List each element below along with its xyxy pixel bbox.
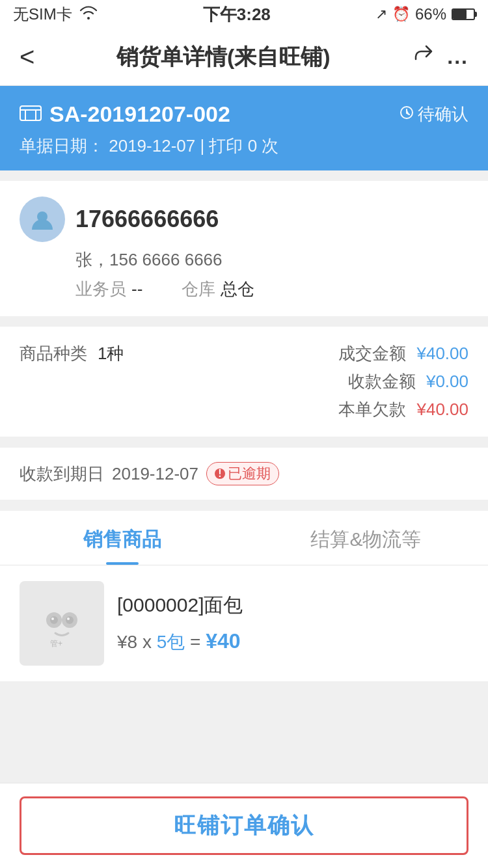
tabs-row: 销售商品 结算&物流等 — [0, 511, 488, 565]
due-date: 2019-12-07 — [112, 464, 198, 484]
product-thumbnail: 管+ — [20, 581, 104, 666]
customer-name: 张，156 6666 6666 — [75, 249, 468, 271]
clock-icon — [400, 104, 414, 124]
due-label: 收款到期日 — [20, 463, 104, 485]
amount-value: ¥40.00 — [416, 344, 468, 364]
product-info: [0000002]面包 ¥8 x 5包 = ¥40 — [117, 592, 468, 655]
tab-sales-products[interactable]: 销售商品 — [0, 511, 244, 565]
svg-point-8 — [67, 617, 70, 620]
svg-point-5 — [50, 616, 58, 624]
status-time: 下午3:28 — [203, 3, 271, 26]
product-type-label: 商品种类 — [20, 342, 87, 365]
battery-label: 66% — [415, 5, 446, 23]
status-bar: 无SIM卡 下午3:28 ↗ ⏰ 66% — [0, 0, 488, 29]
sales-rep-label: 业务员 — [75, 278, 126, 301]
avatar — [20, 197, 65, 242]
product-item: 管+ [0000002]面包 ¥8 x 5包 = ¥40 — [20, 581, 468, 666]
status-right: ↗ ⏰ 66% — [375, 5, 475, 23]
back-button[interactable]: < — [20, 42, 34, 72]
owed-label: 本单欠款 — [338, 398, 406, 421]
alarm-icon: ⏰ — [392, 6, 410, 23]
received-label: 收款金额 — [348, 370, 416, 393]
overdue-badge: ! 已逾期 — [206, 462, 279, 485]
product-qty: 5包 — [157, 632, 185, 652]
svg-rect-0 — [20, 106, 41, 120]
tabs-section: 销售商品 结算&物流等 — [0, 511, 488, 565]
received-row: 收款金额 ¥0.00 — [348, 370, 468, 393]
sales-rep-field: 业务员 -- — [75, 278, 142, 301]
tab-settlement[interactable]: 结算&物流等 — [244, 511, 488, 565]
battery-icon — [452, 8, 475, 20]
product-section: 管+ [0000002]面包 ¥8 x 5包 = ¥40 — [0, 565, 488, 681]
share-icon[interactable] — [412, 44, 434, 71]
amount-row: 成交金额 ¥40.00 — [338, 342, 468, 365]
product-price: ¥8 — [117, 632, 137, 652]
warehouse-field: 仓库 总仓 — [182, 278, 254, 301]
amount-label: 成交金额 — [338, 342, 406, 365]
nav-bar: < 销货单详情(来自旺铺) ... — [0, 29, 488, 86]
owed-row: 本单欠款 ¥40.00 — [338, 398, 468, 421]
location-icon: ↗ — [375, 6, 387, 23]
overdue-text: 已逾期 — [228, 464, 271, 483]
owed-value: ¥40.00 — [416, 400, 468, 420]
nav-left: < — [20, 42, 34, 72]
product-price-row: ¥8 x 5包 = ¥40 — [117, 629, 468, 655]
order-status: 待确认 — [400, 103, 468, 126]
status-left: 无SIM卡 — [13, 4, 98, 25]
customer-section: 17666666666 张，156 6666 6666 业务员 -- 仓库 总仓 — [0, 181, 488, 316]
svg-point-7 — [51, 617, 54, 620]
customer-row: 17666666666 — [20, 197, 468, 242]
page-title: 销货单详情(来自旺铺) — [116, 42, 331, 72]
product-type-count: 1种 — [98, 342, 124, 365]
confirm-btn-wrap: 旺铺订单确认 — [0, 783, 488, 868]
warehouse-label: 仓库 — [182, 278, 215, 301]
product-name: [0000002]面包 — [117, 592, 468, 619]
more-icon[interactable]: ... — [447, 45, 468, 69]
svg-text:管+: 管+ — [50, 639, 62, 648]
confirm-order-button[interactable]: 旺铺订单确认 — [20, 796, 468, 855]
order-meta: 单据日期： 2019-12-07 | 打印 0 次 — [20, 135, 468, 157]
warehouse-value: 总仓 — [221, 278, 254, 301]
order-id: SA-20191207-002 — [20, 102, 230, 127]
order-inbox-icon — [20, 102, 42, 127]
summary-section: 商品种类 1种 成交金额 ¥40.00 收款金额 ¥0.00 本单欠款 ¥40.… — [0, 327, 488, 437]
summary-left: 商品种类 1种 — [20, 342, 124, 365]
sales-rep-value: -- — [131, 279, 142, 299]
product-total: ¥40 — [206, 629, 240, 653]
svg-point-6 — [66, 616, 74, 624]
carrier-label: 无SIM卡 — [13, 4, 72, 25]
customer-phone: 17666666666 — [75, 206, 219, 233]
summary-right: 成交金额 ¥40.00 收款金额 ¥0.00 本单欠款 ¥40.00 — [338, 342, 468, 421]
customer-fields: 业务员 -- 仓库 总仓 — [75, 278, 468, 301]
due-section: 收款到期日 2019-12-07 ! 已逾期 — [0, 447, 488, 500]
received-value: ¥0.00 — [426, 372, 468, 392]
wifi-icon — [79, 5, 98, 23]
nav-right: ... — [412, 44, 468, 71]
order-header: SA-20191207-002 待确认 单据日期： 2019-12-07 | 打… — [0, 86, 488, 170]
overdue-icon: ! — [215, 468, 225, 479]
